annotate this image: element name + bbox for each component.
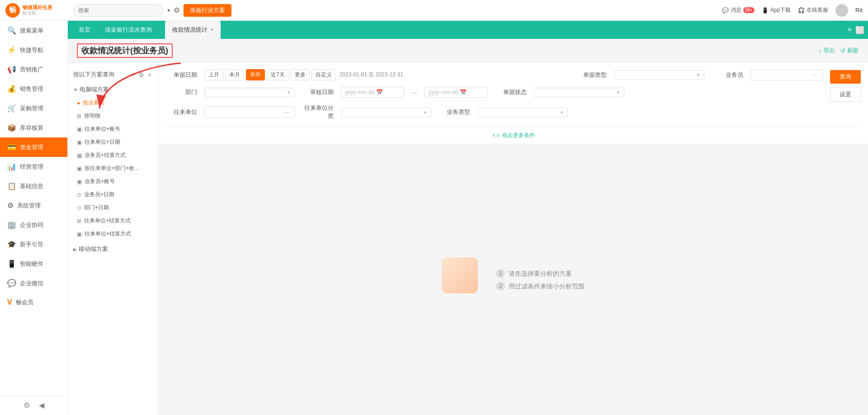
tab-bank-flow[interactable]: 现金银行流水查询 × — [98, 21, 165, 39]
scheme-collapse-btn[interactable]: « — [147, 70, 152, 79]
sidebar-item-sales[interactable]: 💰 销售管理 — [0, 79, 67, 99]
scheme-item-label-ss: 业务员+结算方式 — [85, 151, 126, 159]
filter-row-1: 单据日期 上月 本月 本年 近7天 更多 自定义 — [165, 69, 823, 80]
partner-dropdown[interactable]: ··· — [204, 106, 295, 118]
scheme-item-label-ps2: 往来单位+结算方式 — [85, 230, 131, 238]
tab-collection[interactable]: 收款情况统计 × — [165, 21, 221, 39]
tab-home[interactable]: 首页 — [71, 21, 98, 39]
scheme-item-partner-date[interactable]: ▣ 往来单位+日期 — [71, 136, 158, 149]
audit-date-from[interactable]: yyyy-mm-dd 📅 — [341, 87, 404, 98]
sidebar-item-wechat[interactable]: 💬 企业微信 — [0, 274, 67, 293]
app-download-label: App下载 — [770, 6, 791, 14]
scheme-item-partner-settle1[interactable]: ⊞ 往来单位+结算方式 — [71, 214, 158, 227]
sidebar-item-inventory[interactable]: 📦 库存核算 — [0, 118, 67, 137]
scheme-settings-btn[interactable]: ⚙ — [137, 70, 145, 79]
dept-dropdown[interactable]: ▾ — [204, 88, 295, 97]
page-actions: ↑ 导出 ↺ 刷新 — [819, 47, 859, 55]
scheme-group-mobile: ▶ 移动端方案 — [68, 242, 158, 256]
scheme-item-dept-date[interactable]: ⊙ 部门+日期 — [71, 201, 158, 214]
scheme-add-btn[interactable]: + — [130, 70, 136, 79]
more-dots-btn[interactable]: ··· — [813, 72, 818, 78]
voucher-type-dropdown[interactable]: ▾ — [614, 70, 704, 80]
date-tab-prev-month[interactable]: 上月 — [204, 69, 223, 80]
step-num-2: 2 — [496, 282, 505, 291]
nav-dropdown-btn[interactable]: ▾ — [167, 7, 170, 14]
date-tab-last7[interactable]: 近7天 — [267, 69, 289, 80]
sidebar-settings-btn[interactable]: ⚙ — [20, 399, 33, 411]
sidebar-item-vip[interactable]: V 畅会员 — [0, 293, 67, 312]
voucher-status-dropdown[interactable]: ▾ — [534, 88, 624, 97]
scheme-item-icon-pdc: ▣ — [77, 165, 82, 172]
operations-icon: 📊 — [7, 162, 16, 171]
sidebar-item-hardware[interactable]: 📱 智能硬件 — [0, 254, 67, 274]
scheme-item-salesperson-settle[interactable]: ▦ 业务员+结算方式 — [71, 149, 158, 162]
scheme-pc-items: ● 按业务员 ⊞ 按明细 ▣ 往来单位+账号 ▣ — [68, 96, 158, 241]
sidebar-item-guide[interactable]: 🎓 新手引导 — [0, 235, 67, 254]
app-download-btn[interactable]: 📱 App下载 — [762, 6, 791, 14]
export-btn[interactable]: ↑ 导出 — [819, 47, 835, 55]
dept-chevron-icon: ▾ — [288, 90, 290, 95]
sidebar-item-enterprise[interactable]: 🏢 企业协同 — [0, 215, 67, 235]
online-service-btn[interactable]: 🎧 在线客服 — [798, 6, 828, 14]
empty-step-2-text: 用过滤条件来缩小分析范围 — [509, 280, 585, 292]
scheme-group-pc-title[interactable]: ▼ 电脑端方案 — [68, 83, 158, 96]
scheme-item-by-salesperson[interactable]: ● 按业务员 — [71, 96, 158, 109]
partner-more-dots[interactable]: ··· — [284, 108, 290, 116]
date-tab-this-year[interactable]: 本年 — [246, 69, 265, 80]
scheme-item-partner-account[interactable]: ▣ 往来单位+账号 — [71, 123, 158, 136]
scheme-item-icon-detail: ⊞ — [77, 113, 81, 119]
sidebar-collapse-btn[interactable]: ◀︎ — [35, 399, 48, 411]
tab-bank-flow-close[interactable]: × — [155, 27, 158, 33]
top-search-input[interactable] — [73, 4, 164, 17]
service-icon: 🎧 — [798, 7, 805, 14]
audit-date-to-placeholder: yyyy-mm-dd — [429, 89, 458, 95]
window-close-btn[interactable]: × — [848, 26, 852, 34]
collapse-bar[interactable]: ∧∧ 收起更多条件 — [165, 127, 861, 144]
refresh-btn[interactable]: ↺ 刷新 — [840, 47, 859, 55]
audit-date-to[interactable]: yyyy-mm-dd 📅 — [425, 87, 488, 98]
top-right-actions: 💬 消息 99+ 📱 App下载 🎧 在线客服 Rit — [722, 4, 863, 17]
logo-area: 畅 畅捷通好生意 标准版 — [5, 3, 73, 18]
sidebar-item-finance[interactable]: 💳 资金管理 — [0, 137, 67, 157]
date-tab-this-month[interactable]: 本月 — [225, 69, 244, 80]
tab-home-label: 首页 — [79, 26, 90, 34]
top-nav-center: ▾ ⚙ 体验行业方案 — [73, 4, 722, 17]
collapse-icon: ∧∧ — [491, 132, 500, 138]
scheme-item-partner-settle2[interactable]: ▣ 往来单位+结算方式 — [71, 227, 158, 241]
scheme-panel-header: 按以下方案查询 + ⚙ « — [68, 66, 158, 83]
query-btn[interactable]: 查询 — [830, 70, 861, 84]
scheme-item-by-detail[interactable]: ⊞ 按明细 — [71, 109, 158, 123]
sidebar-item-operations[interactable]: 📊 经营管理 — [0, 157, 67, 176]
user-name-display: Rit — [855, 7, 863, 14]
page-header: 收款情况统计(按业务员) ↑ 导出 ↺ 刷新 — [68, 39, 868, 63]
tab-collection-close[interactable]: × — [210, 27, 213, 33]
trial-btn[interactable]: 体验行业方案 — [184, 4, 231, 17]
sales-icon: 💰 — [7, 85, 16, 93]
date-tab-custom[interactable]: 自定义 — [311, 69, 336, 80]
sidebar-item-quicknav[interactable]: ⚡ 快捷导航 — [0, 40, 67, 60]
empty-state: 1 请先选择要分析的方案 2 用过滤条件来缩小分析范围 — [158, 144, 868, 415]
biz-type-dropdown[interactable]: ▾ — [477, 108, 568, 117]
partner-category-dropdown[interactable]: ▾ — [341, 108, 431, 117]
voucher-status-label: 单据状态 — [495, 88, 527, 96]
settings-icon-btn[interactable]: ⚙ — [174, 6, 180, 14]
scheme-item-partner-dept-collect[interactable]: ▣ 按往来单位+部门+收... — [71, 162, 158, 175]
scheme-item-icon-ps1: ⊞ — [77, 218, 81, 224]
export-label: 导出 — [823, 47, 835, 55]
date-tab-more[interactable]: 更多 — [291, 69, 310, 80]
scheme-item-label-pdc: 按往来单位+部门+收... — [85, 165, 139, 172]
salesperson-label: 业务员 — [712, 71, 743, 79]
scheme-group-mobile-title[interactable]: ▶ 移动端方案 — [68, 242, 158, 256]
messages-btn[interactable]: 💬 消息 99+ — [722, 6, 755, 14]
sidebar-item-search[interactable]: 🔍 搜索菜单 — [0, 21, 67, 40]
scheme-item-salesperson-account[interactable]: ▣ 业务员+账号 — [71, 175, 158, 188]
sidebar-item-system[interactable]: ⚙ 系统管理 — [0, 196, 67, 215]
sidebar-item-marketing[interactable]: 📢 营销推广 — [0, 60, 67, 79]
scheme-item-salesperson-date[interactable]: ⊙ 业务员+日期 — [71, 188, 158, 201]
user-avatar[interactable] — [835, 4, 848, 17]
filter-settings-btn[interactable]: 设置 — [830, 87, 861, 102]
window-maximize-btn[interactable]: ⬜ — [855, 26, 864, 34]
sidebar-item-purchase[interactable]: 🛒 采购管理 — [0, 99, 67, 118]
sidebar-item-basicinfo[interactable]: 📋 基础信息 — [0, 176, 67, 196]
salesperson-dropdown[interactable]: ··· — [750, 70, 823, 80]
